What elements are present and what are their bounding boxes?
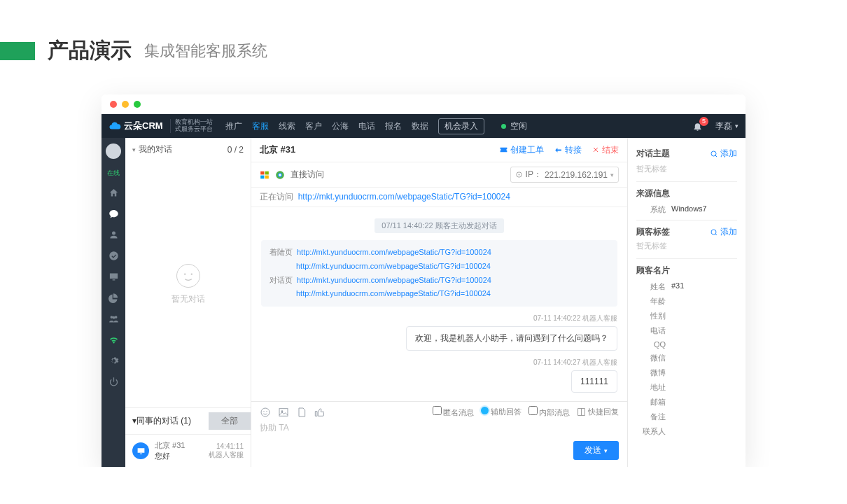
traffic-max-icon[interactable] — [134, 101, 141, 108]
svg-point-10 — [518, 174, 519, 176]
peer-conv-header[interactable]: ▾同事的对话 (1) 全部 — [125, 407, 251, 434]
empty-state: 暂无对话 — [125, 161, 251, 407]
image-icon[interactable] — [278, 407, 289, 418]
rail-group[interactable] — [107, 312, 120, 325]
rail-check[interactable] — [107, 249, 120, 262]
accent-bar — [0, 42, 35, 60]
peer-tab-all[interactable]: 全部 — [209, 412, 251, 430]
chat-icon — [108, 209, 119, 219]
send-button[interactable]: 发送 ▾ — [573, 441, 619, 460]
traffic-min-icon[interactable] — [122, 101, 129, 108]
status-dot-icon — [501, 124, 506, 129]
chevron-down-icon: ▾ — [735, 122, 738, 130]
ip-selector[interactable]: IP： 221.219.162.191 ▾ — [510, 167, 619, 183]
source-key: 系统 — [636, 204, 666, 215]
dialog-url-1[interactable]: http://mkt.yunduocrm.com/webpageStatic/T… — [297, 276, 491, 284]
transfer-button[interactable]: 转接 — [554, 144, 582, 156]
rail-power[interactable] — [107, 375, 120, 388]
empty-label: 暂无对话 — [172, 293, 205, 305]
card-label: 顾客名片 — [636, 265, 737, 279]
nav-signup[interactable]: 报名 — [385, 120, 402, 132]
card-fields: 姓名#31 年龄 性别 电话 QQ 微信 微博 地址 邮箱 备注 联系人 — [636, 279, 737, 439]
traffic-close-icon[interactable] — [110, 101, 117, 108]
nav-pool[interactable]: 公海 — [332, 120, 349, 132]
target-icon — [515, 171, 523, 178]
msg-meta-0: 07-11 14:40:22 机器人客服 — [261, 314, 617, 323]
no-topic-label: 暂无标签 — [636, 164, 737, 178]
user-name: 李磊 — [715, 120, 732, 132]
notifications-button[interactable]: 5 — [692, 121, 703, 132]
quick-reply-button[interactable]: 快捷回复 — [577, 407, 619, 417]
pie-chart-icon — [108, 293, 119, 303]
brand-logo[interactable]: 云朵CRM 教育机构一站式服务云平台 — [108, 119, 213, 133]
conv-preview: 您好 — [155, 451, 203, 461]
card-row: 地址 — [636, 380, 737, 395]
assist-radio[interactable]: 辅助回答 — [481, 407, 522, 417]
add-topic-button[interactable]: 添加 — [710, 148, 737, 160]
cust-tag-label: 顾客标签 — [636, 226, 670, 238]
monitor-small-icon — [136, 447, 146, 456]
conversation-row[interactable]: 北京 #31 您好 14:41:11 机器人客服 — [125, 434, 251, 467]
card-row: 性别 — [636, 309, 737, 323]
chevron-down-icon: ▾ — [604, 447, 608, 454]
chat-title: 北京 #31 — [260, 144, 295, 156]
thumbs-up-icon[interactable] — [314, 407, 326, 418]
internal-checkbox[interactable]: 内部消息 — [528, 406, 570, 418]
close-icon — [592, 146, 600, 154]
wifi-icon — [108, 335, 119, 345]
dialog-url-2[interactable]: http://mkt.yunduocrm.com/webpageStatic/T… — [296, 289, 491, 298]
visitor-meta-row: 直接访问 IP： 221.219.162.191 ▾ — [251, 162, 627, 188]
search-plus-icon — [710, 228, 718, 237]
rail-monitor[interactable] — [107, 270, 120, 283]
agent-status[interactable]: 空闲 — [501, 120, 527, 132]
rail-gear[interactable] — [107, 354, 120, 367]
nav-customers[interactable]: 客户 — [305, 120, 322, 132]
visiting-url[interactable]: http://mkt.yunduocrm.com/webpageStatic/T… — [298, 192, 510, 202]
message-input[interactable]: 协助 TA — [260, 422, 619, 434]
composer: 匿名消息 辅助回答 内部消息 快捷回复 协助 TA 发送 ▾ — [251, 401, 627, 467]
visiting-label: 正在访问 — [260, 192, 293, 202]
window-titlebar — [102, 94, 746, 114]
svg-point-18 — [711, 230, 716, 234]
group-icon — [108, 314, 119, 324]
home-icon — [108, 188, 119, 198]
add-tag-button[interactable]: 添加 — [710, 226, 737, 238]
rail-person[interactable] — [107, 228, 120, 241]
search-plus-icon — [710, 150, 718, 158]
empty-face-icon — [176, 264, 200, 288]
card-row: 备注 — [636, 410, 737, 424]
user-menu[interactable]: 李磊 ▾ — [715, 120, 738, 132]
slide-header: 产品演示 集成智能客服系统 — [0, 0, 847, 78]
direct-visit-label: 直接访问 — [290, 169, 324, 181]
landing-url-2[interactable]: http://mkt.yunduocrm.com/webpageStatic/T… — [296, 262, 491, 270]
chat-panel: 北京 #31 创建工单 转接 结束 — [251, 138, 628, 467]
create-ticket-button[interactable]: 创建工单 — [499, 144, 544, 156]
rail-chat[interactable] — [107, 207, 120, 220]
svg-point-8 — [279, 174, 281, 176]
nav-service[interactable]: 客服 — [252, 120, 269, 132]
nav-leads[interactable]: 线索 — [279, 120, 295, 132]
rail-home[interactable] — [107, 186, 120, 199]
system-chip: 07/11 14:40:22 顾客主动发起对话 — [374, 218, 503, 233]
anon-checkbox[interactable]: 匿名消息 — [433, 406, 474, 418]
conv-title: 北京 #31 — [155, 440, 203, 451]
nav-data[interactable]: 数据 — [412, 120, 428, 132]
chat-header: 北京 #31 创建工单 转接 结束 — [251, 138, 627, 162]
icon-rail: 在线 — [102, 138, 125, 467]
my-conv-header[interactable]: ▾我的对话 0 / 2 — [125, 138, 251, 161]
rail-wifi[interactable] — [107, 333, 120, 346]
landing-url-1[interactable]: http://mkt.yunduocrm.com/webpageStatic/T… — [297, 248, 491, 256]
card-row: 微信 — [636, 351, 737, 365]
rail-pie[interactable] — [107, 291, 120, 304]
top-menu: 推广 客服 线索 客户 公海 电话 报名 数据 — [225, 120, 428, 132]
nav-phone[interactable]: 电话 — [358, 120, 375, 132]
emoji-icon[interactable] — [260, 407, 271, 418]
record-opportunity-button[interactable]: 机会录入 — [438, 118, 484, 134]
msg-meta-1: 07-11 14:40:27 机器人客服 — [261, 358, 617, 368]
file-icon[interactable] — [296, 407, 307, 418]
url-block: 着陆页http://mkt.yunduocrm.com/webpageStati… — [261, 240, 617, 307]
nav-promo[interactable]: 推广 — [225, 120, 242, 132]
ticket-icon — [499, 146, 508, 155]
user-avatar[interactable] — [106, 144, 121, 159]
end-button[interactable]: 结束 — [592, 144, 619, 156]
